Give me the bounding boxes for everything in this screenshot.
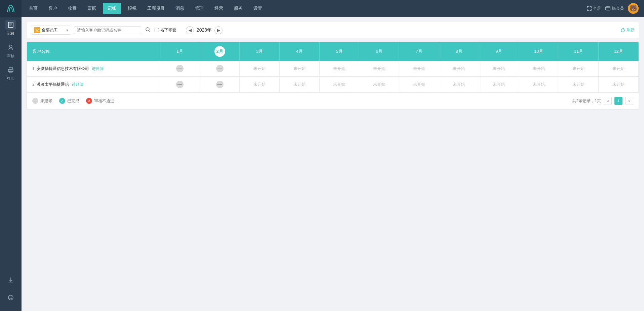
nav-operations[interactable]: 经营 (209, 0, 229, 17)
face-icon (5, 293, 16, 302)
status-not-started: 未开始 (533, 66, 545, 71)
table-row: 1安徽畅捷通信息技术有限公司进账簿——未开始未开始未开始未开始未开始未开始未开始… (27, 61, 639, 77)
nav-tax[interactable]: 报税 (122, 0, 142, 17)
status-not-started: 未开始 (612, 66, 625, 71)
status-not-started: 未开始 (572, 82, 585, 87)
sidebar-item-print[interactable]: 打印 (0, 62, 22, 84)
cell-month-2[interactable]: — (200, 61, 240, 77)
cell-month-7: 未开始 (399, 77, 439, 92)
sidebar-item-audit[interactable]: 审核 (0, 39, 22, 62)
fullscreen-label: 全屏 (593, 6, 601, 11)
status-not-started: 未开始 (293, 66, 306, 71)
sidebar-item-face[interactable] (0, 289, 22, 306)
cell-month-3: 未开始 (240, 77, 280, 92)
cell-month-6: 未开始 (359, 61, 399, 77)
employee-select[interactable]: 全 全部员工 ▾ (31, 26, 71, 35)
bookkeeping-icon (5, 20, 16, 30)
checkbox-mine[interactable]: 名下账套 (155, 27, 176, 33)
col-month-12: 12月 (599, 42, 639, 61)
legend-label-rejected: 审核不通过 (94, 98, 114, 104)
data-table: 客户名称 1月 2月 3月 4月 5月 6月 7月 8月 9月 (27, 42, 639, 109)
status-not-started: 未开始 (333, 82, 345, 87)
page-1-button[interactable]: 1 (614, 97, 622, 105)
download-icon (5, 275, 16, 285)
nav-management[interactable]: 管理 (190, 0, 209, 17)
cell-month-4: 未开始 (280, 77, 320, 92)
cell-client-name: 2漠澳太平畅捷通信进账簿 (27, 77, 160, 92)
status-not-started: 未开始 (373, 82, 385, 87)
svg-rect-5 (9, 67, 12, 69)
refresh-label: 刷新 (627, 27, 635, 33)
nav-messages[interactable]: 消息 (170, 0, 190, 17)
col-month-10: 10月 (519, 42, 559, 61)
legend-label-completed: 已完成 (67, 98, 79, 104)
refresh-button[interactable]: 刷新 (620, 27, 635, 33)
col-client-name: 客户名称 (27, 42, 160, 61)
legend: — 未建账 ✓ 已完成 ✕ 审核不通过 (32, 98, 114, 104)
legend-dot-teal: ✓ (59, 98, 65, 104)
cell-month-5: 未开始 (319, 77, 359, 92)
sidebar-item-download[interactable] (0, 272, 22, 288)
nav-bookkeeping[interactable]: 记账 (103, 3, 121, 14)
enter-ledger-link[interactable]: 进账簿 (72, 82, 84, 87)
pagination: 共2条记录，1页 ＜ 1 ＞ (572, 97, 633, 105)
app-logo (0, 0, 22, 17)
table-scroll-area[interactable]: 客户名称 1月 2月 3月 4月 5月 6月 7月 8月 9月 (27, 42, 639, 92)
cell-month-7: 未开始 (399, 61, 439, 77)
table-row: 2漠澳太平畅捷通信进账簿——未开始未开始未开始未开始未开始未开始未开始未开始未开… (27, 77, 639, 92)
status-not-started: 未开始 (253, 82, 266, 87)
status-not-started: 未开始 (493, 66, 505, 71)
nav-invoices[interactable]: 票据 (82, 0, 102, 17)
search-button[interactable] (144, 27, 152, 33)
audit-icon (5, 43, 16, 52)
cell-month-1[interactable]: — (160, 61, 200, 77)
nav-clients[interactable]: 客户 (43, 0, 63, 17)
nav-home[interactable]: 首页 (24, 0, 43, 17)
enter-ledger-link[interactable]: 进账簿 (92, 66, 104, 71)
cell-month-12: 未开始 (599, 77, 639, 92)
status-dash-icon: — (216, 81, 224, 88)
cell-month-8: 未开始 (439, 61, 479, 77)
page-next-button[interactable]: ＞ (625, 97, 633, 105)
toolbar: 全 全部员工 ▾ 名下账套 ◀ 2023年 ▶ 刷新 (27, 22, 639, 38)
nav-services[interactable]: 服务 (229, 0, 248, 17)
cell-month-6: 未开始 (359, 77, 399, 92)
col-month-2: 2月 (200, 42, 240, 61)
member-label: 畅会员 (612, 6, 624, 11)
member-button[interactable]: 畅会员 (605, 6, 624, 11)
page-prev-button[interactable]: ＜ (604, 97, 612, 105)
sidebar-bottom (0, 272, 22, 311)
year-next-button[interactable]: ▶ (214, 26, 223, 34)
cell-month-2[interactable]: — (200, 77, 240, 92)
sidebar: 记账 审核 打印 (0, 0, 22, 311)
col-month-3: 3月 (240, 42, 280, 61)
svg-point-4 (9, 45, 12, 48)
dropdown-arrow-icon: ▾ (66, 28, 68, 33)
status-not-started: 未开始 (253, 66, 266, 71)
cell-client-name: 1安徽畅捷通信息技术有限公司进账簿 (27, 61, 160, 77)
status-not-started: 未开始 (413, 66, 425, 71)
year-prev-button[interactable]: ◀ (186, 26, 194, 34)
legend-completed: ✓ 已完成 (59, 98, 79, 104)
status-not-started: 未开始 (373, 66, 385, 71)
nav-billing[interactable]: 收费 (63, 0, 82, 17)
user-avatar[interactable]: 🐻 (628, 3, 639, 14)
bookkeeping-table: 客户名称 1月 2月 3月 4月 5月 6月 7月 8月 9月 (27, 42, 639, 92)
fullscreen-button[interactable]: 全屏 (587, 6, 601, 11)
col-month-4: 4月 (280, 42, 320, 61)
total-records-label: 共2条记录，1页 (572, 98, 601, 104)
year-label: 2023年 (197, 27, 212, 33)
nav-business[interactable]: 工商项目 (142, 0, 170, 17)
mine-checkbox[interactable] (155, 28, 159, 32)
status-not-started: 未开始 (333, 66, 345, 71)
nav-settings[interactable]: 设置 (248, 0, 268, 17)
row-index: 1 (32, 66, 35, 71)
cell-month-1[interactable]: — (160, 77, 200, 92)
status-not-started: 未开始 (453, 66, 465, 71)
sidebar-item-bookkeeping[interactable]: 记账 (0, 17, 22, 39)
sidebar-label-bookkeeping: 记账 (7, 31, 14, 36)
print-icon (5, 65, 16, 75)
search-input[interactable] (74, 26, 141, 34)
table-footer: — 未建账 ✓ 已完成 ✕ 审核不通过 共2条记录，1页 ＜ 1 ＞ (27, 92, 639, 109)
cell-month-12: 未开始 (599, 61, 639, 77)
